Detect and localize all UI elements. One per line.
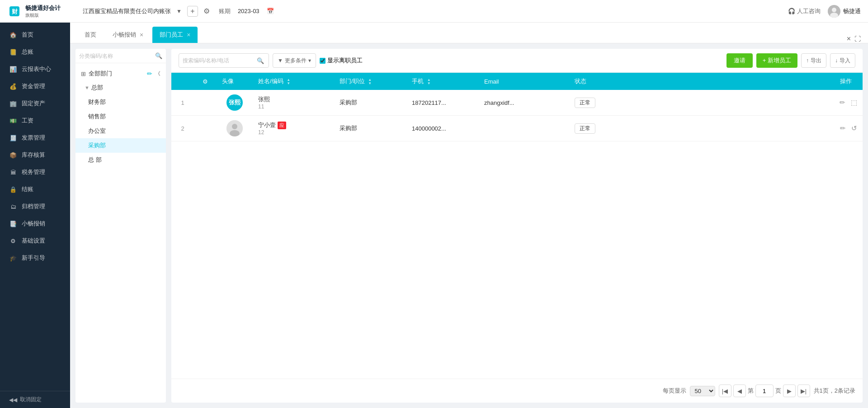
tab-department[interactable]: 部门员工 × [152, 27, 198, 43]
sidebar-item-close[interactable]: 🔒 结账 [0, 181, 70, 198]
first-page-button[interactable]: |◀ [719, 385, 731, 397]
invite-button[interactable]: 邀请 [726, 53, 753, 68]
tab-home[interactable]: 首页 [77, 27, 104, 43]
period-label: 账期 [219, 7, 231, 15]
avatar [226, 120, 243, 136]
dept-search-input[interactable] [79, 53, 153, 59]
dept-group-hq: ▼ 总部 财务部 销售部 办公室 采购部 总 部 [75, 80, 166, 167]
add-employee-button[interactable]: + 新增员工 [756, 53, 797, 68]
row-dept-cell: 采购部 [334, 90, 406, 116]
service-button[interactable]: 🎧 人工咨询 [788, 7, 821, 15]
dept-collapse-icon[interactable]: 《 [155, 70, 160, 78]
sidebar-item-home[interactable]: 🏠 首页 [0, 26, 70, 43]
sidebar-item-ledger[interactable]: 📒 总账 [0, 43, 70, 61]
tab-expense[interactable]: 小畅报销 × [105, 27, 151, 43]
row-status-cell: 正常 [569, 116, 724, 141]
all-dept-header[interactable]: ⊞ 全部部门 ✏ 《 [75, 67, 166, 80]
export-button[interactable]: ↑ 导出 [801, 53, 826, 68]
settings-icon[interactable]: ⚙ [203, 7, 210, 15]
app-logo-icon: 财 [7, 4, 22, 19]
employee-search-input[interactable] [183, 57, 255, 64]
employee-table: ⚙ 头像 姓名/编码 ▲▼ 部门/职位 ▲▼ [171, 73, 863, 141]
col-dept[interactable]: 部门/职位 ▲▼ [334, 73, 406, 90]
dept-sort-icon[interactable]: ▲▼ [368, 78, 372, 85]
sidebar-item-guide[interactable]: 🎓 新手引导 [0, 249, 70, 267]
sidebar-item-inventory[interactable]: 📦 库存核算 [0, 146, 70, 164]
per-page-select[interactable]: 50 100 [690, 386, 715, 396]
import-icon: ↓ [835, 57, 838, 64]
dept-item-sales[interactable]: 销售部 [75, 109, 166, 124]
phone-sort-icon[interactable]: ▲▼ [427, 78, 431, 85]
tab-close-all-icon[interactable]: × [847, 35, 851, 43]
assets-icon: 🏢 [9, 99, 17, 108]
row-settings-cell [194, 116, 217, 141]
user-info[interactable]: 畅捷通 [828, 5, 861, 18]
sidebar-item-archive[interactable]: 🗂 归档管理 [0, 198, 70, 215]
sidebar-item-expense[interactable]: 📑 小畅报销 [0, 215, 70, 232]
dept-search-icon[interactable]: 🔍 [155, 52, 162, 59]
home-icon: 🏠 [9, 31, 17, 39]
sidebar-item-capital[interactable]: 💰 资金管理 [0, 78, 70, 95]
sidebar-item-label: 资金管理 [22, 82, 45, 90]
sidebar-item-label: 小畅报销 [22, 220, 45, 228]
col-email: Email [479, 73, 569, 90]
tab-expense-close-icon[interactable]: × [140, 31, 143, 38]
prev-page-button[interactable]: ◀ [733, 385, 746, 397]
sidebar-item-invoice[interactable]: 🧾 发票管理 [0, 129, 70, 146]
tab-bar-actions: × ⛶ [847, 35, 861, 43]
show-resigned-checkbox-wrap[interactable]: 显示离职员工 [320, 56, 363, 65]
row-status-cell: 正常 [569, 90, 724, 116]
page-input[interactable] [755, 385, 774, 397]
show-resigned-checkbox[interactable] [320, 58, 326, 64]
page-prefix-label: 第 [748, 387, 754, 395]
avatar: 张熙 [226, 94, 243, 111]
import-button[interactable]: ↓ 导入 [830, 53, 855, 68]
sidebar: 🏠 首页 📒 总账 📊 云报表中心 💰 资金管理 🏢 固定资产 [0, 23, 70, 408]
employee-toolbar: 🔍 ▼ 更多条件 ▾ 显示离职员工 邀请 + [171, 49, 863, 73]
all-dept-label: 全部部门 [89, 70, 144, 78]
dept-edit-icon[interactable]: ✏ [147, 70, 152, 77]
edit-icon[interactable]: ✏ [840, 98, 845, 107]
user-name: 畅捷通 [843, 7, 861, 15]
dept-item-finance[interactable]: 财务部 [75, 95, 166, 109]
sidebar-item-tax[interactable]: 🏛 税务管理 [0, 164, 70, 181]
guide-icon: 🎓 [9, 254, 17, 262]
toolbar-right: 邀请 + 新增员工 ↑ 导出 ↓ 导入 [726, 53, 855, 68]
sidebar-item-label: 库存核算 [22, 151, 45, 159]
add-company-button[interactable]: + [187, 6, 198, 17]
dept-item-hq[interactable]: ▼ 总部 [75, 80, 166, 95]
employee-name: 宁小壹 [258, 121, 276, 129]
sidebar-item-settings[interactable]: ⚙ 基础设置 [0, 232, 70, 249]
last-page-button[interactable]: ▶| [797, 385, 810, 397]
col-phone[interactable]: 手机 ▲▼ [406, 73, 479, 90]
col-name[interactable]: 姓名/编码 ▲▼ [253, 73, 334, 90]
dropdown-arrow-icon[interactable]: ▼ [176, 8, 182, 14]
sidebar-item-label: 云报表中心 [22, 65, 51, 73]
invoice-icon: 🧾 [9, 134, 17, 142]
period-value: 2023-03 [238, 8, 259, 14]
unpin-button[interactable]: ◀◀ 取消固定 [0, 391, 70, 408]
sidebar-item-reports[interactable]: 📊 云报表中心 [0, 61, 70, 78]
calendar-icon[interactable]: 📅 [267, 8, 274, 14]
name-sort-icon[interactable]: ▲▼ [287, 78, 290, 85]
sidebar-item-label: 税务管理 [22, 168, 45, 176]
more-filters-button[interactable]: ▼ 更多条件 ▾ [273, 53, 316, 68]
page-content: 🔍 ⊞ 全部部门 ✏ 《 ▼ 总部 [70, 43, 868, 408]
tab-department-close-icon[interactable]: × [187, 31, 190, 38]
table-row: 1 张熙 张熙 11 采购部 187202117... zhangxidf... [171, 90, 863, 116]
row-email-cell [479, 116, 569, 141]
tab-expand-icon[interactable]: ⛶ [854, 35, 861, 42]
dept-item-general[interactable]: 总 部 [75, 153, 166, 167]
col-settings[interactable]: ⚙ [194, 73, 217, 90]
more-icon[interactable]: ↺ [851, 124, 857, 132]
next-page-button[interactable]: ▶ [783, 385, 796, 397]
col-settings-icon[interactable]: ⚙ [203, 78, 208, 85]
more-icon[interactable]: ⬚ [851, 98, 857, 107]
sidebar-item-assets[interactable]: 🏢 固定资产 [0, 95, 70, 112]
sidebar-item-salary[interactable]: 💵 工资 [0, 112, 70, 129]
dept-item-purchase[interactable]: 采购部 [75, 138, 166, 153]
sidebar-item-label: 固定资产 [22, 99, 45, 108]
dept-item-office[interactable]: 办公室 [75, 124, 166, 138]
archive-icon: 🗂 [9, 202, 17, 211]
edit-icon[interactable]: ✏ [840, 124, 846, 132]
